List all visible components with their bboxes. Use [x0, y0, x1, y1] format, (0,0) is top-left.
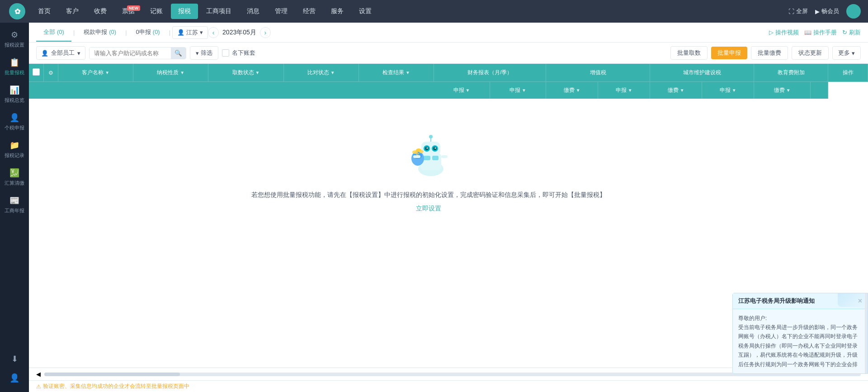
named-accounts-checkbox[interactable]	[222, 49, 229, 57]
tab-action-manual[interactable]: 📖操作手册	[804, 29, 837, 37]
compare-status-column: 比对状态 ▼	[283, 64, 359, 82]
sidebar-label-batch-tax: 批量报税	[5, 69, 24, 76]
person-icon: 👤	[41, 50, 48, 57]
sidebar-item-tax-record[interactable]: 📁报税记录	[1, 137, 28, 163]
nav-menu: 首页客户收费票据NEW记账报税工商项目消息管理经营服务设置	[31, 4, 788, 19]
tab-count-tax-declaration: (0)	[109, 29, 116, 35]
sidebar-item-download[interactable]: ⬇	[1, 350, 28, 368]
nav-item-home[interactable]: 首页	[31, 4, 58, 19]
more-button[interactable]: 更多 ▾	[832, 46, 861, 60]
search-input[interactable]	[90, 48, 171, 59]
notification-scrollbar[interactable]	[865, 293, 868, 373]
nav-badge-invoice: NEW	[127, 5, 140, 11]
nav-item-customer[interactable]: 客户	[59, 4, 86, 19]
batch-declare-button[interactable]: 批量申报	[711, 47, 747, 59]
settings-column-header: ⚙	[44, 64, 58, 82]
sidebar-item-annual-report[interactable]: 📰工商年报	[1, 192, 28, 218]
nav-item-operation[interactable]: 经营	[296, 4, 323, 19]
sidebar-item-tax-settings[interactable]: ⚙报税设置	[1, 26, 28, 52]
sidebar-item-batch-tax[interactable]: 📋批量报税	[1, 54, 28, 80]
search-button[interactable]: 🔍	[171, 48, 186, 59]
svg-point-18	[419, 150, 424, 153]
sidebar-label-personal-tax: 个税申报	[5, 124, 24, 131]
sidebar-icon-tax-record: 📁	[9, 140, 19, 150]
edu-pay-col: 缴费 ▼	[754, 82, 811, 99]
sidebar-icon-personal-tax: 👤	[9, 113, 19, 123]
tab-count-zero-declaration: (0)	[153, 29, 160, 35]
horizontal-scrollbar-thumb[interactable]	[44, 373, 180, 376]
tab-tax-declaration[interactable]: 税款申报(0)	[76, 24, 123, 42]
action-icon-video: ▷	[769, 29, 774, 36]
fetch-status-column: 取数状态 ▼	[208, 64, 283, 82]
batch-fetch-button[interactable]: 批量取数	[670, 46, 708, 60]
logo-icon: ✿	[9, 3, 25, 19]
checkbox-label-named-accounts[interactable]: 名下账套	[222, 49, 255, 57]
sidebar-item-user[interactable]: 👤	[1, 369, 28, 387]
setup-link[interactable]: 立即设置	[416, 205, 441, 213]
sort-icon: ▼	[255, 70, 260, 75]
city-tax-group: 城市维护建设税	[650, 64, 754, 82]
filter-icon: ▾	[196, 50, 199, 57]
sidebar-item-personal-tax[interactable]: 👤个税申报	[1, 109, 28, 135]
app-logo[interactable]: ✿	[7, 1, 27, 21]
sort-icon: ▼	[732, 88, 736, 93]
sidebar-icon-tax-settings: ⚙	[11, 30, 18, 40]
vip-button[interactable]: ▶ 畅会员	[815, 7, 839, 15]
tab-action-refresh[interactable]: ↻刷新	[842, 29, 861, 37]
month-label: 2023年05月	[222, 29, 256, 37]
select-all-checkbox[interactable]	[33, 68, 40, 76]
table-header-row-2: 申报 ▼ 申报 ▼ 缴费	[29, 82, 868, 99]
nav-item-tax[interactable]: 报税	[171, 4, 198, 19]
province-selector[interactable]: 👤江苏▾	[172, 26, 208, 39]
batch-pay-button[interactable]: 批量缴费	[751, 46, 788, 60]
left-sidebar: ⚙报税设置📋批量报税📊报税总览👤个税申报📁报税记录💹汇算清缴📰工商年报⬇👤	[0, 23, 29, 392]
svg-rect-1	[420, 153, 441, 170]
city-declare-col: 申报 ▼	[598, 82, 650, 99]
bottom-warning-text: 验证账密、采集信息均成功的企业才会流转至批量报税页面中	[43, 382, 189, 390]
province-label: 江苏	[186, 29, 198, 37]
nav-item-manage[interactable]: 管理	[268, 4, 295, 19]
sidebar-label-tax-record: 报税记录	[5, 152, 24, 159]
table-header: ⚙ 客户名称 ▼ 纳税性质 ▼	[29, 64, 868, 99]
sort-icon: ▼	[330, 70, 335, 75]
nav-right-actions: ⛶ 全屏 ▶ 畅会员	[788, 4, 861, 19]
tab-actions: ▷操作视频📖操作手册↻刷新	[769, 29, 861, 37]
fullscreen-button[interactable]: ⛶ 全屏	[788, 7, 808, 15]
nav-item-message[interactable]: 消息	[240, 4, 267, 19]
sidebar-label-settlement: 汇算清缴	[5, 180, 24, 186]
warning-icon: ⚠	[36, 383, 41, 390]
month-prev-button[interactable]: ‹	[208, 27, 219, 38]
month-next-button[interactable]: ›	[260, 27, 271, 38]
sidebar-item-tax-summary[interactable]: 📊报税总览	[1, 81, 28, 107]
action-label-video: 操作视频	[775, 29, 799, 37]
nav-item-invoice[interactable]: 票据NEW	[115, 4, 142, 19]
empty-state-row: $ 若您想使用批量报税功能，请先在【报税设置】中进行报税的初始化设置	[29, 99, 868, 240]
scroll-left-icon[interactable]: ◀	[36, 371, 41, 378]
sort-icon: ▼	[466, 88, 470, 93]
gear-icon: ⚙	[48, 70, 53, 76]
nav-item-service[interactable]: 服务	[324, 4, 351, 19]
table-body: $ 若您想使用批量报税功能，请先在【报税设置】中进行报税的初始化设置	[29, 99, 868, 240]
status-update-button[interactable]: 状态更新	[792, 46, 829, 60]
tab-action-video[interactable]: ▷操作视频	[769, 29, 799, 37]
nav-item-accounting[interactable]: 记账	[143, 4, 170, 19]
nav-item-billing[interactable]: 收费	[87, 4, 114, 19]
tab-label-zero-declaration: 0申报	[136, 28, 151, 36]
user-avatar[interactable]	[846, 4, 861, 19]
sort-icon: ▼	[105, 70, 109, 75]
filter-button[interactable]: ▾ 筛选	[190, 46, 218, 60]
nav-item-settings[interactable]: 设置	[352, 4, 379, 19]
svg-point-10	[434, 148, 436, 149]
svg-point-12	[429, 135, 433, 139]
education-fee-group: 教育费附加	[754, 64, 828, 82]
tab-zero-declaration[interactable]: 0申报(0)	[129, 24, 167, 42]
sidebar-icon-annual-report: 📰	[9, 196, 19, 206]
financial-declare-col: 申报 ▼	[434, 82, 490, 99]
empty-state: $ 若您想使用批量报税功能，请先在【报税设置】中进行报税的初始化设置	[29, 99, 828, 240]
tab-all[interactable]: 全部(0)	[36, 24, 71, 42]
nav-item-business[interactable]: 工商项目	[199, 4, 239, 19]
svg-point-9	[426, 148, 428, 149]
province-icon: 👤	[177, 29, 184, 36]
sidebar-item-settlement[interactable]: 💹汇算清缴	[1, 164, 28, 190]
employee-select[interactable]: 👤 全部员工 ▾	[36, 46, 85, 60]
